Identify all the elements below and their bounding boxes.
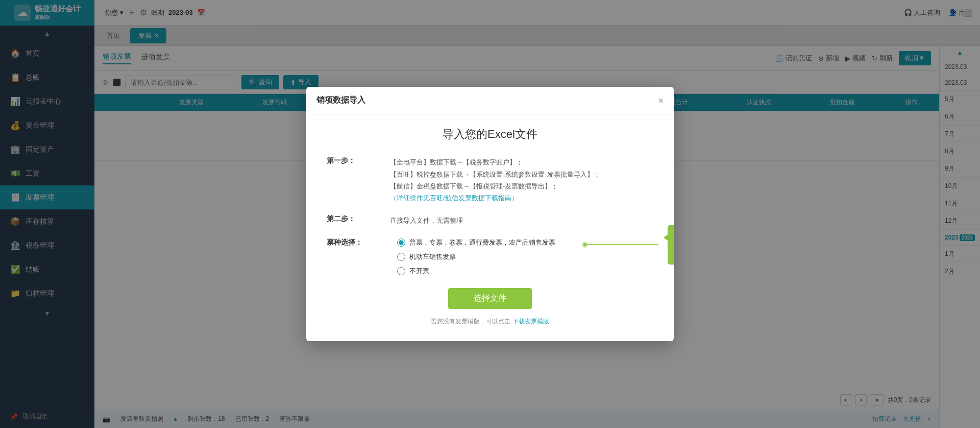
radio-no-invoice: 不开票 bbox=[397, 267, 555, 276]
modal-overlay: 销项数据导入 × 导入您的Excel文件 第一步： 【全电平台】数据下载→【税务… bbox=[0, 0, 980, 428]
step1-line3: 【航信】金税盘数据下载→【报税管理-发票数据导出】； bbox=[390, 180, 600, 192]
footer-text: 若您没有发票模版，可以点击 bbox=[431, 318, 510, 325]
tooltip-bubble: × 现在支持的票种多了，导入发票时别忘了选择正确的发票类型呀！ bbox=[668, 225, 674, 265]
radio-vehicle-label: 机动车销售发票 bbox=[409, 252, 456, 261]
modal-footer: 若您没有发票模版，可以点击 下载发票模版 bbox=[327, 317, 653, 326]
step1-section: 第一步： 【全电平台】数据下载→【税务数字账户】； 【百旺】税控盘数据下载→【系… bbox=[327, 156, 653, 204]
modal-main-title: 导入您的Excel文件 bbox=[327, 127, 653, 142]
download-template-link[interactable]: 下载发票模版 bbox=[512, 318, 549, 325]
radio-no-invoice-input[interactable] bbox=[397, 267, 405, 275]
radio-general-label: 普票，专票，卷票，通行费发票，农产品销售发票 bbox=[409, 238, 555, 247]
select-file-button[interactable]: 选择文件 bbox=[448, 288, 532, 309]
radio-vehicle: 机动车销售发票 bbox=[397, 252, 555, 261]
step1-line1: 【全电平台】数据下载→【税务数字账户】； bbox=[390, 156, 600, 168]
radio-no-invoice-label: 不开票 bbox=[409, 267, 429, 276]
ticket-select-section: 票种选择： 普票，专票，卷票，通行费发票，农产品销售发票 × bbox=[327, 238, 653, 276]
radio-general: 普票，专票，卷票，通行费发票，农产品销售发票 × 现在支持的票种多了，导入发票时… bbox=[397, 238, 555, 247]
tooltip-line bbox=[587, 244, 658, 245]
step1-label: 第一步： bbox=[327, 156, 355, 165]
modal-title: 销项数据导入 bbox=[316, 95, 365, 106]
ticket-select-label: 票种选择： bbox=[327, 238, 362, 247]
step1-line2: 【百旺】税控盘数据下载→【系统设置-系统参数设置-发票批量导入】； bbox=[390, 169, 600, 180]
guide-link[interactable]: 百旺/航信发票数据下载指南 bbox=[430, 194, 511, 202]
tooltip-dot bbox=[582, 242, 588, 248]
modal-close-btn[interactable]: × bbox=[658, 96, 664, 105]
step2-section: 第二步： 直接导入文件，无需整理 bbox=[327, 215, 653, 228]
radio-vehicle-input[interactable] bbox=[397, 253, 405, 261]
step2-label: 第二步： bbox=[327, 215, 355, 224]
step1-link: （详细操作见百旺/航信发票数据下载指南） bbox=[390, 192, 600, 204]
modal-body: 导入您的Excel文件 第一步： 【全电平台】数据下载→【税务数字账户】； 【百… bbox=[306, 114, 674, 341]
radio-group: 普票，专票，卷票，通行费发票，农产品销售发票 × 现在支持的票种多了，导入发票时… bbox=[397, 238, 555, 276]
step1-content: 【全电平台】数据下载→【税务数字账户】； 【百旺】税控盘数据下载→【系统设置-系… bbox=[390, 156, 600, 204]
radio-general-input[interactable] bbox=[397, 239, 405, 247]
step2-text: 直接导入文件，无需整理 bbox=[390, 215, 463, 226]
modal-header: 销项数据导入 × bbox=[306, 87, 674, 114]
modal-dialog: 销项数据导入 × 导入您的Excel文件 第一步： 【全电平台】数据下载→【税务… bbox=[306, 87, 674, 341]
